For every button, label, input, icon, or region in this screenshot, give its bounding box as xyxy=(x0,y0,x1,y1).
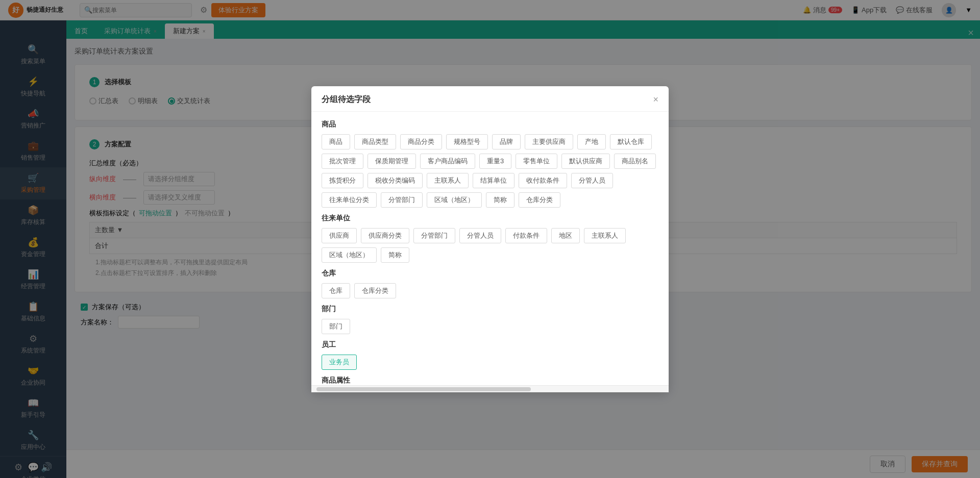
field-tag[interactable]: 分管人员 xyxy=(571,173,613,188)
field-tag[interactable]: 主联系人 xyxy=(584,228,626,243)
field-tag[interactable]: 零售单位 xyxy=(516,154,557,169)
modal-overlay: 分组待选字段 × 商品 商品 商品类型 商品分类 规格型号 品牌 主要供应商 产… xyxy=(0,0,980,478)
field-tag[interactable]: 分管部门 xyxy=(381,192,423,208)
field-tag[interactable]: 仓库 xyxy=(322,283,350,298)
modal-dialog: 分组待选字段 × 商品 商品 商品类型 商品分类 规格型号 品牌 主要供应商 产… xyxy=(311,86,669,392)
field-tags-staff: 业务员 xyxy=(322,355,658,370)
section-title-partner: 往来单位 xyxy=(322,214,658,223)
field-tag[interactable]: 保质期管理 xyxy=(368,154,416,169)
field-tag[interactable]: 批次管理 xyxy=(322,154,363,169)
field-tag[interactable]: 商品分类 xyxy=(400,134,442,149)
field-tag[interactable]: 商品别名 xyxy=(614,154,656,169)
scroll-thumb-horizontal[interactable] xyxy=(316,387,531,391)
field-tag[interactable]: 仓库分类 xyxy=(354,283,396,298)
field-tag[interactable]: 客户商品编码 xyxy=(420,154,475,169)
field-tags-partner: 供应商 供应商分类 分管部门 分管人员 付款条件 地区 主联系人 区域（地区） … xyxy=(322,228,658,263)
field-tag[interactable]: 规格型号 xyxy=(446,134,488,149)
field-tags-dept: 部门 xyxy=(322,319,658,334)
field-tag[interactable]: 税收分类编码 xyxy=(368,173,423,188)
field-tag[interactable]: 往来单位分类 xyxy=(322,192,377,208)
field-tags-warehouse: 仓库 仓库分类 xyxy=(322,283,658,298)
field-tag[interactable]: 收付款条件 xyxy=(519,173,567,188)
field-tag[interactable]: 商品 xyxy=(322,134,350,149)
field-tag[interactable]: 品牌 xyxy=(492,134,521,149)
field-tag[interactable]: 供应商分类 xyxy=(361,228,409,243)
section-title-warehouse: 仓库 xyxy=(322,269,658,278)
section-title-goods: 商品 xyxy=(322,120,658,129)
field-tag[interactable]: 拣货积分 xyxy=(322,173,363,188)
field-tag-selected[interactable]: 业务员 xyxy=(322,355,357,370)
section-title-dept: 部门 xyxy=(322,305,658,314)
field-tag[interactable]: 结算单位 xyxy=(473,173,514,188)
field-tag[interactable]: 简称 xyxy=(381,247,409,263)
field-tag[interactable]: 部门 xyxy=(322,319,350,334)
modal-scroll-bottom xyxy=(311,385,669,392)
field-tag[interactable]: 主联系人 xyxy=(427,173,469,188)
field-tag[interactable]: 地区 xyxy=(551,228,580,243)
field-tag[interactable]: 主要供应商 xyxy=(525,134,573,149)
field-tag[interactable]: 付款条件 xyxy=(505,228,547,243)
field-tag[interactable]: 区域（地区） xyxy=(322,247,377,263)
modal-close-button[interactable]: × xyxy=(653,94,658,105)
section-title-staff: 员工 xyxy=(322,340,658,349)
modal-body[interactable]: 商品 商品 商品类型 商品分类 规格型号 品牌 主要供应商 产地 默认仓库 批次… xyxy=(311,112,669,385)
modal-header: 分组待选字段 × xyxy=(311,86,669,112)
section-title-attrs: 商品属性 xyxy=(322,376,658,385)
modal-title: 分组待选字段 xyxy=(322,94,371,105)
field-tag[interactable]: 商品类型 xyxy=(354,134,396,149)
field-tag[interactable]: 重量3 xyxy=(479,154,511,169)
field-tag[interactable]: 分管部门 xyxy=(413,228,455,243)
field-tag[interactable]: 默认仓库 xyxy=(610,134,652,149)
field-tag[interactable]: 默认供应商 xyxy=(561,154,610,169)
field-tags-goods: 商品 商品类型 商品分类 规格型号 品牌 主要供应商 产地 默认仓库 批次管理 … xyxy=(322,134,658,208)
field-tag[interactable]: 简称 xyxy=(486,192,514,208)
field-tag[interactable]: 区域（地区） xyxy=(427,192,482,208)
field-tag[interactable]: 供应商 xyxy=(322,228,357,243)
field-tag[interactable]: 产地 xyxy=(577,134,606,149)
field-tag[interactable]: 仓库分类 xyxy=(519,192,560,208)
field-tag[interactable]: 分管人员 xyxy=(459,228,501,243)
